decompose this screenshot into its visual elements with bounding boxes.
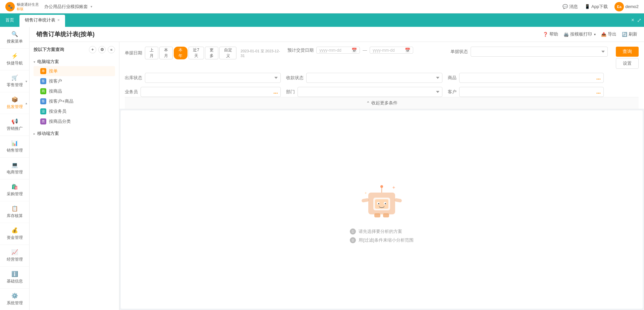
department-filter-group: 部门	[286, 87, 442, 97]
sidebar-item-inventory[interactable]: 📋 库存核算	[0, 201, 29, 223]
svg-point-8	[380, 185, 383, 188]
by-category-icon: 类	[40, 118, 46, 124]
collapse-solution-button[interactable]: «	[108, 46, 115, 53]
shortcut-more[interactable]: 更多	[205, 47, 218, 59]
filter-box: 单据日期 上月 本月 本年 近7天 更多 自定义	[119, 42, 644, 109]
goods-filter-group: 商品 ...	[448, 73, 604, 83]
sales-icon: 📊	[11, 140, 18, 146]
shortcut-custom[interactable]: 自定义	[219, 47, 236, 59]
sidebar-item-finance[interactable]: 💰 资金管理	[0, 223, 29, 245]
expected-date-start[interactable]: yyyy-mm-dd 📅	[316, 47, 360, 54]
app-title: 办公用品行业模拟账套	[44, 4, 88, 10]
date-filter-label: 单据日期	[125, 50, 142, 56]
template-print-button[interactable]: 🖨️ 按模板打印 ▾	[564, 31, 596, 37]
solution-item-by-salesperson[interactable]: 业 按业务员	[34, 106, 115, 116]
solution-group-pc: ▾ 电脑端方案 单 按单 客 按客户	[34, 57, 115, 126]
sidebar-item-basic-info[interactable]: ℹ️ 基础信息	[0, 267, 29, 289]
top-bar-left: 🐾 畅捷通好生意 标版 办公用品行业模拟账套 ▾	[5, 2, 92, 11]
date-separator: —	[363, 48, 367, 53]
shortcut-last-month[interactable]: 上月	[145, 47, 158, 59]
salesperson-input[interactable]: ...	[141, 87, 281, 97]
solution-item-by-goods[interactable]: 商 按商品	[34, 86, 115, 96]
add-solution-button[interactable]: +	[89, 46, 96, 53]
mobile-group-label: 移动端方案	[37, 131, 59, 137]
payment-status-select[interactable]	[306, 73, 442, 83]
query-button[interactable]: 查询	[616, 47, 639, 57]
empty-tip-2: ② 用[过滤]条件来缩小分析范围	[350, 237, 413, 243]
refresh-icon: 🔄	[622, 32, 627, 37]
shortcut-last-7-days[interactable]: 近7天	[189, 47, 204, 59]
customer-input[interactable]: ...	[459, 87, 604, 97]
top-bar: 🐾 畅捷通好生意 标版 办公用品行业模拟账套 ▾ 💬 消息 📱 App下载 Ea	[0, 0, 644, 13]
filter-row-3: 业务员 ... 部门	[125, 87, 639, 97]
page-content: 销售订单统计表(按单) ❓ 帮助 🖨️ 按模板打印 ▾ 📤	[30, 27, 644, 310]
status-select[interactable]	[471, 47, 608, 57]
solution-item-by-order[interactable]: 单 按单	[34, 66, 115, 76]
app-download-button[interactable]: 📱 App下载	[585, 4, 608, 10]
salesperson-filter-group: 业务员 ...	[125, 87, 281, 97]
sidebar-item-search[interactable]: 🔍 搜索菜单	[0, 27, 29, 49]
solution-panel-actions: + ⚙ «	[89, 46, 115, 53]
tab-maximize-button[interactable]: ⤢	[637, 17, 641, 23]
empty-illustration-svg: ✦ ✦	[358, 176, 405, 219]
tab-bar-right: × ⤢	[631, 13, 644, 27]
inventory-icon: 📋	[11, 205, 18, 212]
department-dropdown-wrapper	[298, 87, 442, 97]
goods-label: 商品	[448, 75, 457, 81]
sidebar-item-retail[interactable]: 🛒 零售管理 ▾	[0, 70, 29, 92]
tab-close-button[interactable]: ×	[57, 18, 60, 22]
date-filter-group: 单据日期 上月 本月 本年 近7天 更多 自定义	[125, 47, 282, 59]
tab-close-all-button[interactable]: ×	[631, 17, 634, 23]
expected-date-end[interactable]: yyyy-mm-dd 📅	[370, 47, 413, 54]
solution-item-by-customer-goods[interactable]: 客 按客户+商品	[34, 96, 115, 106]
sidebar-item-ecommerce[interactable]: 💻 电商管理	[0, 158, 29, 179]
empty-state: ✦ ✦ ① 请先选择要分析的方案 ②	[350, 176, 413, 243]
svg-point-6	[385, 203, 386, 204]
solution-item-by-category[interactable]: 类 按商品分类	[34, 116, 115, 126]
export-button[interactable]: 📤 导出	[601, 31, 616, 37]
sidebar-item-wholesale[interactable]: 📦 批发管理 ▴	[0, 92, 29, 114]
goods-input[interactable]: ...	[459, 73, 604, 83]
delivery-status-dropdown-wrapper	[145, 73, 281, 83]
logo-text: 畅捷通好生意 标版	[17, 2, 39, 11]
collapse-icon: ⌃	[366, 101, 370, 106]
message-button[interactable]: 💬 消息	[562, 4, 578, 10]
tab-sales-order-stats[interactable]: 销售订单统计表 ×	[19, 15, 65, 27]
solution-group-pc-header[interactable]: ▾ 电脑端方案	[34, 57, 115, 66]
department-select[interactable]	[298, 87, 442, 97]
customer-ellipsis-icon[interactable]: ...	[596, 89, 601, 95]
solution-items-pc: 单 按单 客 按客户 商 按商品	[34, 66, 115, 126]
salesperson-ellipsis-icon[interactable]: ...	[273, 89, 278, 95]
tab-home[interactable]: 首页	[0, 13, 19, 27]
refresh-button[interactable]: 🔄 刷新	[622, 31, 637, 37]
sidebar-item-sales[interactable]: 📊 销售管理	[0, 136, 29, 158]
solution-group-mobile-header[interactable]: ▸ 移动端方案	[34, 129, 115, 138]
sidebar-item-operation[interactable]: 📈 经营管理	[0, 245, 29, 267]
department-label: 部门	[286, 89, 295, 95]
shortcut-this-year[interactable]: 本年	[174, 47, 187, 59]
sidebar-item-quick-nav[interactable]: ⚡ 快捷导航	[0, 49, 29, 70]
solution-item-by-customer[interactable]: 客 按客户	[34, 76, 115, 86]
top-bar-right: 💬 消息 📱 App下载 Ea demo2	[562, 2, 639, 11]
collapse-bar[interactable]: ⌃ 收起更多条件	[125, 97, 639, 109]
by-customer-icon: 客	[40, 78, 46, 84]
goods-ellipsis-icon[interactable]: ...	[596, 75, 601, 81]
message-icon: 💬	[562, 4, 568, 9]
help-button[interactable]: ❓ 帮助	[543, 31, 558, 37]
sidebar-item-purchase[interactable]: 🛍️ 采购管理	[0, 179, 29, 201]
shortcut-this-month[interactable]: 本月	[159, 47, 173, 59]
settings-solution-button[interactable]: ⚙	[98, 46, 106, 53]
svg-rect-11	[374, 213, 380, 217]
delivery-status-select[interactable]	[145, 73, 281, 83]
payment-status-dropdown-wrapper	[306, 73, 442, 83]
user-profile[interactable]: Ea demo2	[614, 2, 639, 11]
app-title-dropdown[interactable]: ▾	[91, 5, 92, 8]
marketing-icon: 📢	[11, 118, 18, 124]
sidebar-item-system[interactable]: ⚙️ 系统管理	[0, 289, 29, 310]
page-header: 销售订单统计表(按单) ❓ 帮助 🖨️ 按模板打印 ▾ 📤	[30, 27, 644, 42]
sidebar-item-marketing[interactable]: 📢 营销推广	[0, 114, 29, 136]
operation-icon: 📈	[11, 249, 18, 255]
settings-button[interactable]: 设置	[616, 58, 639, 69]
system-icon: ⚙️	[11, 293, 18, 299]
export-icon: 📤	[601, 32, 606, 37]
